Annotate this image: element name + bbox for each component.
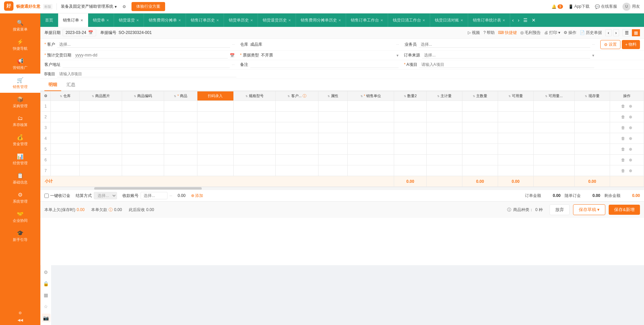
row6-available2[interactable] — [533, 155, 574, 165]
row1-available2[interactable] — [533, 101, 574, 112]
row3-available[interactable] — [498, 122, 533, 133]
row3-attr[interactable] — [318, 122, 347, 133]
tab-nav-prev[interactable]: ‹ — [510, 17, 516, 23]
row1-customer-ref[interactable] — [275, 101, 318, 112]
row1-warehouse[interactable] — [51, 101, 80, 112]
settle-method-select[interactable]: 选择... — [94, 192, 117, 199]
row2-main-qty[interactable] — [462, 112, 498, 122]
row2-qty2[interactable] — [394, 112, 426, 122]
row4-stock[interactable] — [574, 133, 610, 144]
tab-stats-close[interactable]: ✕ — [502, 18, 505, 22]
row7-warehouse[interactable] — [51, 165, 80, 176]
discard-button[interactable]: 放弃 — [550, 204, 570, 215]
row7-stock[interactable] — [574, 165, 610, 176]
tab-return-history-close[interactable]: ✕ — [250, 18, 253, 22]
sidebar-item-enterprise[interactable]: 🤝 企业协同 — [0, 207, 40, 227]
warehouse-dots[interactable]: ··· — [396, 43, 399, 46]
row4-main-unit[interactable] — [427, 133, 462, 144]
row1-copy-btn[interactable]: ⊕ — [628, 103, 634, 109]
operation-btn[interactable]: ⚙ 操作 — [564, 30, 576, 36]
row7-product[interactable] — [164, 165, 197, 176]
rp-layout-btn[interactable]: ▦ — [42, 291, 50, 299]
row3-copy-btn[interactable]: ⊕ — [628, 125, 634, 131]
business-input[interactable] — [419, 41, 590, 48]
row2-attr[interactable] — [318, 112, 347, 122]
row2-copy-btn[interactable]: ⊕ — [628, 114, 634, 120]
form-view-btn[interactable]: ▦ — [632, 29, 640, 36]
tab-fee-split-close[interactable]: ✕ — [178, 18, 181, 22]
row7-spec[interactable] — [233, 165, 275, 176]
row1-unit[interactable] — [347, 101, 394, 112]
order-source-input[interactable] — [422, 52, 590, 58]
row2-customer-ref[interactable] — [275, 112, 318, 122]
row5-spec[interactable] — [233, 144, 275, 155]
row1-available[interactable] — [498, 101, 533, 112]
tab-sales-order[interactable]: 销售订单 ✕ — [58, 13, 88, 27]
col-scan-header[interactable]: 扫码录入 — [197, 91, 233, 101]
tab-sales-stats[interactable]: 销售订单统计表 ✕ — [468, 13, 510, 27]
row7-scan[interactable] — [197, 165, 233, 176]
tab-cash-workspace-close[interactable]: ✕ — [422, 18, 425, 22]
row4-delete-btn[interactable]: 🗑 — [620, 135, 626, 141]
row6-qty2[interactable] — [394, 155, 426, 165]
rp-star-btn[interactable]: ☆ — [42, 302, 50, 311]
row1-scan[interactable] — [197, 101, 233, 112]
row3-qty2[interactable] — [394, 122, 426, 133]
sidebar-item-purchase[interactable]: 📦 采购管理 — [0, 93, 40, 112]
row7-main-qty[interactable] — [462, 165, 498, 176]
row4-code[interactable] — [122, 133, 164, 144]
sidebar-item-system[interactable]: ⚙ 系统管理 — [0, 188, 40, 207]
row4-img[interactable] — [80, 133, 122, 144]
tab-detail[interactable]: 明细 — [44, 79, 61, 91]
row7-code[interactable] — [122, 165, 164, 176]
row4-available2[interactable] — [533, 133, 574, 144]
row5-copy-btn[interactable]: ⊕ — [628, 146, 634, 152]
row6-spec[interactable] — [233, 155, 275, 165]
tab-sales-order-history[interactable]: 销售订单历史 ✕ — [186, 13, 224, 27]
sidebar-bottom-settings[interactable]: ⚙ — [18, 311, 22, 315]
tab-workspace-close[interactable]: ✕ — [380, 18, 383, 22]
row3-customer-ref[interactable] — [275, 122, 318, 133]
tab-cash-reconcile-close[interactable]: ✕ — [460, 18, 463, 22]
tab-summary[interactable]: 汇总 — [63, 79, 79, 91]
row3-unit[interactable] — [347, 122, 394, 133]
row1-product[interactable] — [164, 101, 197, 112]
row4-customer-ref[interactable] — [275, 133, 318, 144]
row4-product[interactable] — [164, 133, 197, 144]
user-menu[interactable]: U 用友 — [622, 3, 640, 11]
shortcut-btn[interactable]: ⌨ 快捷键 — [498, 30, 517, 36]
row7-attr[interactable] — [318, 165, 347, 176]
sidebar-item-guide[interactable]: 🎓 新手引导 — [0, 227, 40, 246]
row6-attr[interactable] — [318, 155, 347, 165]
row6-product[interactable] — [164, 155, 197, 165]
tab-cash-reconcile[interactable]: 钱货日清对账 ✕ — [430, 13, 468, 27]
row3-product[interactable] — [164, 122, 197, 133]
tab-cash-workspace[interactable]: 钱货日清工作台 ✕ — [388, 13, 430, 27]
tab-refund-history-close[interactable]: ✕ — [288, 18, 291, 22]
row1-main-qty[interactable] — [462, 101, 498, 112]
row4-copy-btn[interactable]: ⊕ — [628, 135, 634, 141]
tab-sales-refund[interactable]: 销货退货 ✕ — [114, 13, 144, 27]
row5-scan[interactable] — [197, 144, 233, 155]
row5-warehouse[interactable] — [51, 144, 80, 155]
customer-dots[interactable]: ··· — [232, 43, 235, 46]
tab-sales-order-close[interactable]: ✕ — [80, 18, 83, 22]
customer-input[interactable] — [57, 41, 230, 48]
sidebar-item-finance[interactable]: 💰 资金管理 — [0, 131, 40, 150]
row4-qty2[interactable] — [394, 133, 426, 144]
row2-main-unit[interactable] — [427, 112, 462, 122]
row2-product[interactable] — [164, 112, 197, 122]
row4-warehouse[interactable] — [51, 133, 80, 144]
table-scrollbar[interactable] — [40, 187, 644, 190]
delivery-date-input[interactable] — [73, 52, 228, 58]
row1-spec[interactable] — [233, 101, 275, 112]
tab-sales-refund-history[interactable]: 销货退货历史 ✕ — [258, 13, 296, 27]
row3-spec[interactable] — [233, 122, 275, 133]
row7-qty2[interactable] — [394, 165, 426, 176]
tab-sales-workspace[interactable]: 销售订单工作台 ✕ — [346, 13, 388, 27]
row4-available[interactable] — [498, 133, 533, 144]
industry-button[interactable]: 体验行业方案 — [131, 2, 165, 11]
row2-spec[interactable] — [233, 112, 275, 122]
row5-attr[interactable] — [318, 144, 347, 155]
row1-code[interactable] — [122, 101, 164, 112]
